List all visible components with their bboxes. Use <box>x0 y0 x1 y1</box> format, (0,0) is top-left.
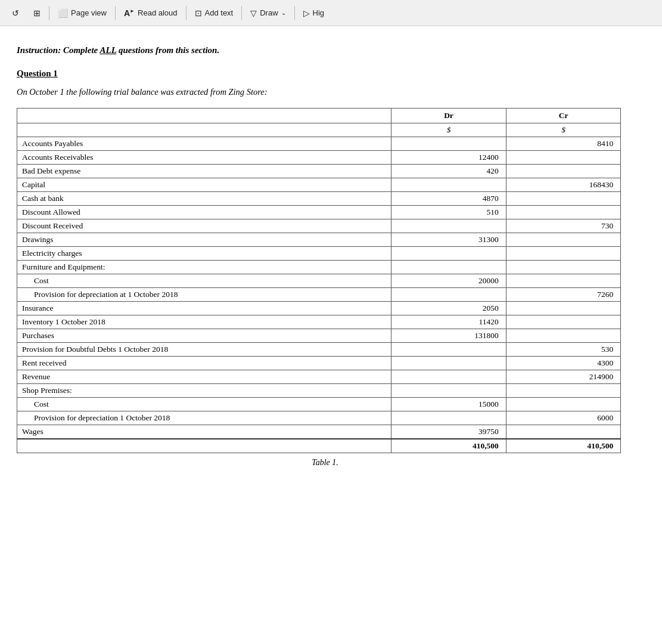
table-caption: Table 1. <box>17 458 633 467</box>
row-desc: Electricity charges <box>17 247 391 261</box>
table-row: Drawings31300 <box>17 233 621 247</box>
row-dr <box>391 343 506 357</box>
page-view-label: Page view <box>71 8 107 17</box>
row-cr: 4300 <box>506 357 621 370</box>
header-dr: Dr <box>391 109 506 123</box>
row-desc: Accounts Receivables <box>17 151 391 165</box>
row-desc: Provision for Doubtful Debts 1 October 2… <box>17 343 391 357</box>
row-cr <box>506 233 621 247</box>
row-desc: Rent received <box>17 357 391 370</box>
row-cr <box>506 247 621 261</box>
row-dr: 510 <box>391 206 506 219</box>
read-aloud-button[interactable]: A► Read aloud <box>117 5 185 21</box>
row-dr: 31300 <box>391 233 506 247</box>
row-desc: Provision for depreciation at 1 October … <box>17 288 391 302</box>
table-row: Cost20000 <box>17 274 621 288</box>
table-row: Revenue214900 <box>17 370 621 384</box>
table-row: Accounts Receivables12400 <box>17 151 621 165</box>
row-dr <box>391 219 506 233</box>
row-cr <box>506 398 621 411</box>
row-cr <box>506 329 621 343</box>
row-dr <box>391 137 506 151</box>
add-text-button[interactable]: ⊡ Add text <box>188 5 241 21</box>
row-dr <box>391 288 506 302</box>
row-desc: Drawings <box>17 233 391 247</box>
row-cr <box>506 261 621 274</box>
row-dr <box>391 357 506 370</box>
table-row: Capital168430 <box>17 178 621 192</box>
row-desc: Shop Premises: <box>17 384 391 398</box>
total-row: 410,500 410,500 <box>17 439 621 453</box>
table-row: Shop Premises: <box>17 384 621 398</box>
row-desc: Bad Debt expense <box>17 165 391 178</box>
row-dr: 420 <box>391 165 506 178</box>
row-cr <box>506 192 621 206</box>
row-cr: 214900 <box>506 370 621 384</box>
table-row: Cost15000 <box>17 398 621 411</box>
row-desc: Provision for depreciation 1 October 201… <box>17 411 391 425</box>
add-text-icon: ⊡ <box>195 8 202 18</box>
row-cr <box>506 384 621 398</box>
row-dr <box>391 261 506 274</box>
row-desc: Discount Allowed <box>17 206 391 219</box>
table-row: Electricity charges <box>17 247 621 261</box>
row-cr <box>506 165 621 178</box>
table-row: Accounts Payables8410 <box>17 137 621 151</box>
subheader-cr: $ <box>506 123 621 137</box>
draw-label: Draw <box>260 8 278 17</box>
total-cr: 410,500 <box>506 439 621 453</box>
row-desc: Revenue <box>17 370 391 384</box>
row-desc: Purchases <box>17 329 391 343</box>
row-dr <box>391 384 506 398</box>
row-dr <box>391 247 506 261</box>
table-row: Furniture and Equipment: <box>17 261 621 274</box>
row-dr <box>391 370 506 384</box>
row-desc: Insurance <box>17 302 391 315</box>
row-dr: 39750 <box>391 425 506 439</box>
highlight-button[interactable]: ▷ Hig <box>296 5 332 21</box>
back-button[interactable]: ↺ <box>5 5 26 21</box>
forward-icon: ⊞ <box>33 8 41 18</box>
row-cr <box>506 302 621 315</box>
row-dr: 2050 <box>391 302 506 315</box>
add-text-label: Add text <box>205 8 234 17</box>
table-row: Cash at bank4870 <box>17 192 621 206</box>
read-aloud-icon: A► <box>124 8 135 18</box>
trial-balance-table: Dr Cr $ $ Accounts Payables8410Accounts … <box>17 108 621 453</box>
table-header-row: Dr Cr <box>17 109 621 123</box>
table-row: Inventory 1 October 201811420 <box>17 315 621 329</box>
row-cr: 168430 <box>506 178 621 192</box>
document-area: Instruction: Complete ALL questions from… <box>0 26 662 644</box>
row-cr: 530 <box>506 343 621 357</box>
draw-icon: ▽ <box>250 8 257 18</box>
back-icon: ↺ <box>12 8 19 18</box>
row-desc: Wages <box>17 425 391 439</box>
row-cr: 730 <box>506 219 621 233</box>
header-desc <box>17 109 391 123</box>
total-label <box>17 439 391 453</box>
row-dr: 131800 <box>391 329 506 343</box>
instruction-text: Instruction: Complete ALL questions from… <box>17 45 633 55</box>
table-row: Discount Allowed510 <box>17 206 621 219</box>
table-row: Provision for depreciation at 1 October … <box>17 288 621 302</box>
row-desc: Cost <box>17 274 391 288</box>
draw-button[interactable]: ▽ Draw ⌄ <box>243 5 293 21</box>
table-row: Purchases131800 <box>17 329 621 343</box>
row-dr: 20000 <box>391 274 506 288</box>
row-desc: Discount Received <box>17 219 391 233</box>
forward-button[interactable]: ⊞ <box>26 5 48 21</box>
row-cr <box>506 151 621 165</box>
page-view-icon: ⬜ <box>58 8 68 18</box>
row-desc: Inventory 1 October 2018 <box>17 315 391 329</box>
divider-4 <box>241 6 242 20</box>
row-dr: 15000 <box>391 398 506 411</box>
divider-1 <box>49 6 49 20</box>
total-dr: 410,500 <box>391 439 506 453</box>
row-cr: 7260 <box>506 288 621 302</box>
subheader-dr: $ <box>391 123 506 137</box>
row-cr <box>506 425 621 439</box>
row-desc: Accounts Payables <box>17 137 391 151</box>
row-dr <box>391 411 506 425</box>
page-view-button[interactable]: ⬜ Page view <box>51 5 114 21</box>
row-cr <box>506 206 621 219</box>
